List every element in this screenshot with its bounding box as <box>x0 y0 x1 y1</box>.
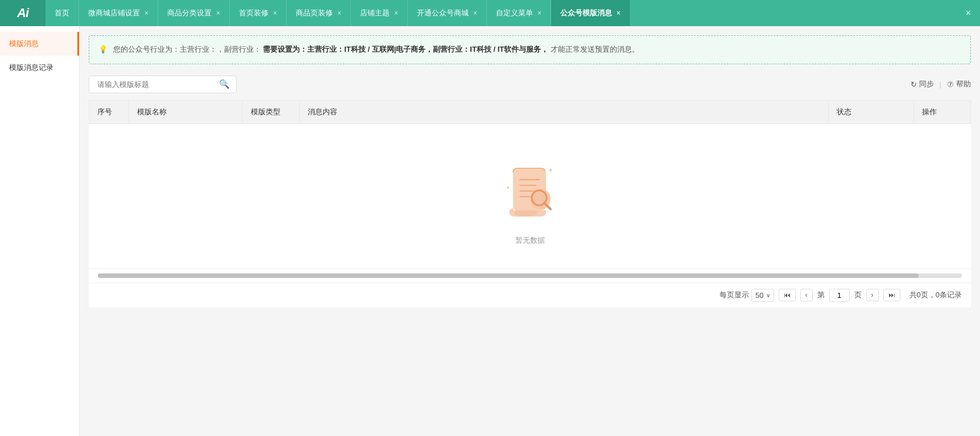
col-type-header: 模版类型 <box>243 100 300 123</box>
logo: Ai <box>0 0 46 26</box>
sync-icon: ↻ <box>911 80 917 89</box>
prev-page-button[interactable]: ‹ <box>800 289 813 301</box>
sidebar: 模版消息 模版消息记录 <box>0 26 80 436</box>
toolbar-divider: | <box>940 80 941 89</box>
col-action-header: 操作 <box>914 100 971 123</box>
search-input[interactable] <box>94 76 219 93</box>
close-tab-5[interactable]: × <box>394 9 398 17</box>
nav-tab-home[interactable]: 首页 <box>46 0 79 26</box>
sidebar-item-template-msg-record[interactable]: 模版消息记录 <box>0 56 79 80</box>
page-unit: 页 <box>854 290 862 300</box>
notice-text-suffix: 才能正常发送预置的消息。 <box>551 45 639 53</box>
nav-tab-6[interactable]: 开通公众号商城 × <box>408 0 487 26</box>
help-button[interactable]: ⑦ 帮助 <box>947 79 971 89</box>
sync-label: 同步 <box>919 79 934 89</box>
bulb-icon: 💡 <box>98 45 107 53</box>
pagination: 每页显示 50 ∨ ⏮ ‹ 第 页 › ⏭ 共0页，0条记录 <box>89 283 971 308</box>
help-label: 帮助 <box>956 79 971 89</box>
table-header-row: 序号 模版名称 模版类型 消息内容 状态 <box>89 100 971 123</box>
empty-state: ✦ ✦ 暂无数据 <box>89 124 971 268</box>
data-table: 序号 模版名称 模版类型 消息内容 状态 <box>89 100 971 268</box>
top-nav: Ai 首页 微商城店铺设置 × 商品分类设置 × 首页装修 × 商品页装修 × … <box>0 0 980 26</box>
search-input-wrap: 🔍 <box>89 76 237 93</box>
content-area: 💡 您的公众号行业为：主营行业：，副营行业： 需要设置为：主营行业：IT科技 /… <box>80 26 980 436</box>
empty-row: ✦ ✦ 暂无数据 <box>89 123 971 268</box>
nav-tab-2-label: 商品分类设置 <box>167 8 212 18</box>
sidebar-item-template-msg-label: 模版消息 <box>9 39 39 48</box>
table-wrap: 序号 模版名称 模版类型 消息内容 状态 <box>89 100 971 308</box>
page-size-dropdown[interactable]: 50 ∨ <box>751 289 774 302</box>
search-icon: 🔍 <box>219 79 230 89</box>
scroll-bar-area <box>89 268 971 283</box>
notice-text-highlight: 需要设置为：主营行业：IT科技 / 互联网|电子商务，副营行业：IT科技 / I… <box>263 45 548 53</box>
total-info: 共0页，0条记录 <box>909 290 962 300</box>
search-button[interactable]: 🔍 <box>219 79 230 89</box>
svg-text:✦: ✦ <box>506 185 510 190</box>
nav-tab-4-label: 商品页装修 <box>296 8 333 18</box>
page-size-label: 每页显示 <box>720 290 749 300</box>
col-seq-header: 序号 <box>89 100 129 123</box>
nav-tab-8-label: 公众号模版消息 <box>560 8 612 18</box>
help-icon: ⑦ <box>947 80 954 89</box>
sidebar-item-template-msg-record-label: 模版消息记录 <box>9 63 53 72</box>
sync-button[interactable]: ↻ 同步 <box>911 79 934 89</box>
nav-tab-3-label: 首页装修 <box>239 8 268 18</box>
nav-tab-4[interactable]: 商品页装修 × <box>287 0 351 26</box>
nav-tab-5[interactable]: 店铺主题 × <box>351 0 408 26</box>
close-all-button[interactable]: × <box>957 8 980 18</box>
first-page-button[interactable]: ⏮ <box>779 289 796 301</box>
current-page-input[interactable] <box>829 289 850 302</box>
nav-tab-6-label: 开通公众号商城 <box>417 8 469 18</box>
svg-text:✦: ✦ <box>548 167 553 173</box>
close-tab-1[interactable]: × <box>144 9 148 17</box>
close-tab-6[interactable]: × <box>473 9 477 17</box>
last-page-button[interactable]: ⏭ <box>883 289 900 301</box>
notice-text-prefix: 您的公众号行业为：主营行业：，副营行业： <box>113 45 261 53</box>
info-notice: 💡 您的公众号行业为：主营行业：，副营行业： 需要设置为：主营行业：IT科技 /… <box>89 35 971 64</box>
page-size-select: 每页显示 50 ∨ <box>720 289 774 302</box>
page-size-value: 50 <box>755 291 763 300</box>
col-status-header: 状态 <box>829 100 914 123</box>
page-label: 第 <box>817 290 825 300</box>
empty-icon: ✦ ✦ <box>496 158 564 226</box>
nav-tab-5-label: 店铺主题 <box>360 8 390 18</box>
close-tab-4[interactable]: × <box>337 9 341 17</box>
empty-text: 暂无数据 <box>89 235 971 246</box>
search-bar: 🔍 ↻ 同步 | ⑦ 帮助 <box>89 76 971 93</box>
toolbar-right: ↻ 同步 | ⑦ 帮助 <box>911 79 971 89</box>
nav-tab-3[interactable]: 首页装修 × <box>230 0 287 26</box>
nav-tab-2[interactable]: 商品分类设置 × <box>158 0 230 26</box>
main-layout: 模版消息 模版消息记录 💡 您的公众号行业为：主营行业：，副营行业： 需要设置为… <box>0 26 980 436</box>
col-name-header: 模版名称 <box>129 100 243 123</box>
sidebar-item-template-msg[interactable]: 模版消息 <box>0 32 79 56</box>
nav-tab-7[interactable]: 自定义菜单 × <box>487 0 551 26</box>
nav-tab-7-label: 自定义菜单 <box>496 8 533 18</box>
horizontal-scrollbar[interactable] <box>98 273 962 278</box>
nav-tab-home-label: 首页 <box>55 8 69 18</box>
nav-tab-1[interactable]: 微商城店铺设置 × <box>79 0 158 26</box>
table-body: ✦ ✦ 暂无数据 <box>89 123 971 268</box>
col-content-header: 消息内容 <box>300 100 829 123</box>
close-tab-8[interactable]: × <box>617 9 621 17</box>
table-head: 序号 模版名称 模版类型 消息内容 状态 <box>89 100 971 123</box>
close-tab-3[interactable]: × <box>273 9 277 17</box>
next-page-button[interactable]: › <box>866 289 879 301</box>
chevron-down-icon: ∨ <box>766 292 770 298</box>
close-tab-2[interactable]: × <box>216 9 220 17</box>
close-tab-7[interactable]: × <box>537 9 541 17</box>
scrollbar-thumb <box>98 273 919 278</box>
nav-tab-8[interactable]: 公众号模版消息 × <box>551 0 630 26</box>
nav-tab-1-label: 微商城店铺设置 <box>88 8 140 18</box>
